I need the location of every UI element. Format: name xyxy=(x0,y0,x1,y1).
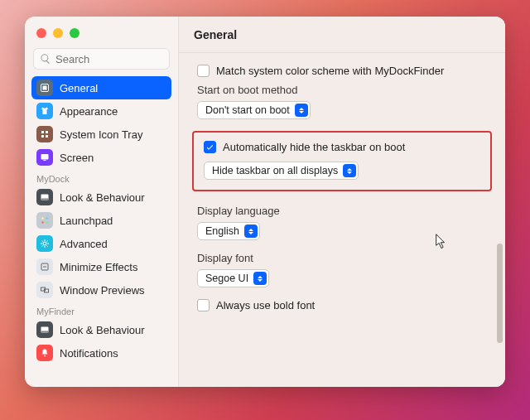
sidebar-section-label: MyDock xyxy=(31,169,171,186)
match-color-scheme-row[interactable]: Match system color scheme with MyDockFin… xyxy=(197,65,487,77)
hide-taskbar-mode-select[interactable]: Hide taskbar on all displays xyxy=(204,162,359,180)
svg-rect-6 xyxy=(41,154,49,160)
minimize-window-button[interactable] xyxy=(53,28,63,38)
grid-icon xyxy=(36,126,53,142)
shirt-icon xyxy=(36,103,53,119)
search-input[interactable] xyxy=(33,48,170,70)
launchpad-icon xyxy=(36,212,53,229)
dock-icon xyxy=(36,189,53,205)
auto-hide-taskbar-row[interactable]: Automatically hide the taskbar on boot xyxy=(204,141,480,153)
sidebar-item-lookbehaviour2[interactable]: Look & Behaviour xyxy=(31,318,171,341)
sidebar-item-advanced[interactable]: Advanced xyxy=(31,232,171,255)
taskbar-highlight-box: Automatically hide the taskbar on boot H… xyxy=(192,131,492,191)
sidebar-item-appearance[interactable]: Appearance xyxy=(31,99,171,123)
page-title: General xyxy=(179,17,505,53)
sidebar-item-label: Launchpad xyxy=(60,215,166,227)
search-wrapper xyxy=(33,48,170,70)
display-language-group: Display language English xyxy=(197,205,487,240)
svg-point-14 xyxy=(43,242,46,245)
scrollbar-thumb[interactable] xyxy=(497,244,503,343)
display-language-value: English xyxy=(205,225,239,237)
sidebar-item-launchpad[interactable]: Launchpad xyxy=(31,209,171,232)
boot-method-select[interactable]: Don't start on boot xyxy=(197,101,311,119)
hide-taskbar-mode-value: Hide taskbar on all displays xyxy=(212,165,338,176)
search-icon xyxy=(40,53,51,65)
svg-rect-19 xyxy=(41,331,49,333)
sidebar-item-minimizeeff[interactable]: Minimize Effects xyxy=(31,255,171,278)
match-color-scheme-checkbox[interactable] xyxy=(197,65,210,77)
svg-point-10 xyxy=(41,217,44,220)
sidebar-item-general[interactable]: General xyxy=(31,76,171,99)
boot-method-group: Start on boot method Don't start on boot xyxy=(197,84,487,119)
sidebar-item-sysicontray[interactable]: System Icon Tray xyxy=(31,123,171,146)
sidebar-item-lookbehaviour1[interactable]: Look & Behaviour xyxy=(31,186,171,209)
svg-rect-9 xyxy=(41,199,49,200)
display-language-select[interactable]: English xyxy=(197,222,260,240)
zoom-window-button[interactable] xyxy=(70,28,80,38)
gear-icon xyxy=(36,235,53,252)
sidebar-item-label: Screen xyxy=(60,152,166,164)
svg-rect-7 xyxy=(44,160,46,161)
sidebar: GeneralAppearanceSystem Icon TrayScreenM… xyxy=(25,17,179,387)
svg-rect-3 xyxy=(46,131,48,133)
windows-icon xyxy=(36,282,53,298)
screen-icon xyxy=(36,149,53,166)
sidebar-item-label: General xyxy=(60,82,166,94)
svg-rect-5 xyxy=(46,135,48,138)
minimize-icon xyxy=(36,258,53,275)
dropdown-caret-icon xyxy=(244,224,258,238)
bold-font-row[interactable]: Always use bold font xyxy=(197,299,487,311)
display-font-value: Segoe UI xyxy=(205,273,248,284)
dropdown-caret-icon xyxy=(295,104,308,117)
sidebar-section-label: MyFinder xyxy=(31,302,171,318)
sidebar-item-label: Window Previews xyxy=(60,284,166,297)
svg-rect-2 xyxy=(41,131,44,133)
svg-rect-4 xyxy=(41,135,44,138)
svg-point-11 xyxy=(46,217,48,220)
window-controls xyxy=(25,25,178,46)
content-area: General Match system color scheme with M… xyxy=(179,17,505,387)
match-color-scheme-label: Match system color scheme with MyDockFin… xyxy=(216,65,444,77)
dropdown-caret-icon xyxy=(343,164,356,177)
sidebar-item-label: Look & Behaviour xyxy=(60,191,166,204)
sidebar-item-label: System Icon Tray xyxy=(60,128,166,141)
sidebar-item-label: Look & Behaviour xyxy=(60,324,166,336)
sidebar-item-label: Notifications xyxy=(60,347,166,360)
svg-point-12 xyxy=(41,221,44,224)
svg-rect-1 xyxy=(43,86,47,90)
sidebar-item-winpreviews[interactable]: Window Previews xyxy=(31,278,171,302)
svg-point-13 xyxy=(46,221,48,224)
preferences-window: GeneralAppearanceSystem Icon TrayScreenM… xyxy=(25,17,505,387)
svg-point-20 xyxy=(44,355,46,357)
boot-method-value: Don't start on boot xyxy=(205,104,290,116)
dock-icon xyxy=(36,321,53,338)
settings-icon xyxy=(36,80,53,96)
sidebar-item-label: Advanced xyxy=(60,238,166,250)
bold-font-checkbox[interactable] xyxy=(197,299,210,311)
boot-method-label: Start on boot method xyxy=(197,84,487,96)
display-font-label: Display font xyxy=(197,252,487,264)
close-window-button[interactable] xyxy=(36,28,46,38)
auto-hide-taskbar-checkbox[interactable] xyxy=(204,141,216,153)
sidebar-item-label: Minimize Effects xyxy=(60,261,166,273)
dropdown-caret-icon xyxy=(253,272,267,285)
settings-pane: Match system color scheme with MyDockFin… xyxy=(179,53,505,387)
bold-font-label: Always use bold font xyxy=(216,299,315,311)
display-font-select[interactable]: Segoe UI xyxy=(197,269,269,287)
sidebar-item-notifications[interactable]: Notifications xyxy=(31,341,171,364)
sidebar-item-label: Appearance xyxy=(60,105,166,118)
display-font-group: Display font Segoe UI xyxy=(197,252,487,287)
auto-hide-taskbar-label: Automatically hide the taskbar on boot xyxy=(223,141,405,153)
sidebar-item-screen[interactable]: Screen xyxy=(31,146,171,169)
sidebar-list: GeneralAppearanceSystem Icon TrayScreenM… xyxy=(25,76,178,387)
bell-icon xyxy=(36,345,53,361)
display-language-label: Display language xyxy=(197,205,487,217)
